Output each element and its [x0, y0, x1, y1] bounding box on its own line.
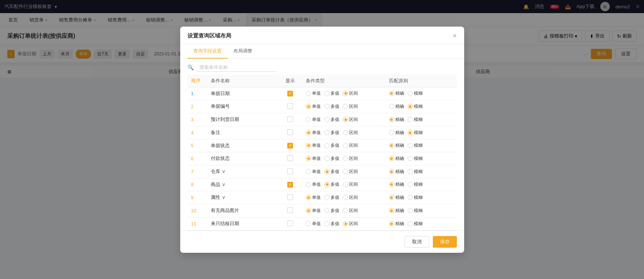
modal-close-button[interactable]: ×	[453, 32, 457, 39]
modal-dialog: 设置查询区域布局 × 查询字段设置 布局调整 🔍 顺序 条件名称 显示 条件类型	[180, 27, 464, 79]
modal-search-area: 🔍	[180, 59, 464, 75]
col-header-order: 顺序	[187, 75, 207, 79]
tab-query-fields[interactable]: 查询字段设置	[187, 44, 228, 59]
modal-table: 顺序 条件名称 显示 条件类型 匹配原则 1单据日期单值多值区间精确模糊2单据编…	[180, 75, 464, 79]
col-header-type: 条件类型	[302, 75, 386, 79]
search-icon: 🔍	[187, 64, 194, 70]
modal-tabs: 查询字段设置 布局调整	[180, 44, 464, 59]
modal-title: 设置查询区域布局	[187, 32, 231, 39]
tab-layout-adjust[interactable]: 布局调整	[228, 44, 258, 59]
modal-header: 设置查询区域布局 ×	[180, 27, 464, 44]
table-header: 顺序 条件名称 显示 条件类型 匹配原则	[187, 75, 457, 79]
col-header-name: 条件名称	[207, 75, 278, 79]
col-header-display: 显示	[278, 75, 302, 79]
modal-overlay: 设置查询区域布局 × 查询字段设置 布局调整 🔍 顺序 条件名称 显示 条件类型	[0, 0, 644, 78]
search-input[interactable]	[197, 63, 277, 72]
col-header-match: 匹配原则	[386, 75, 457, 79]
